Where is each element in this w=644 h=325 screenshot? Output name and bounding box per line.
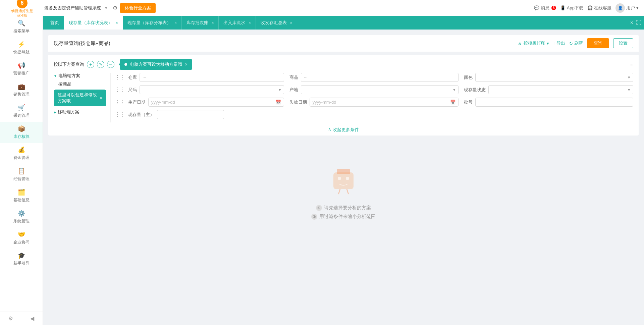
expiry-date-calendar-icon: 📅 <box>450 100 455 105</box>
online-support-btn[interactable]: 🎧 在线客服 <box>587 5 611 11</box>
sidebar-label-sales: 销售管理 <box>13 92 30 97</box>
field-origin: 产地 ▾ <box>289 85 459 94</box>
tab-inventory-dist[interactable]: 现存量（库存分布表） × <box>123 16 181 30</box>
tab-receive-summary[interactable]: 收发存汇总表 × <box>256 16 297 30</box>
megaphone-icon: 📢 <box>18 62 25 69</box>
color-dropdown: ▾ <box>628 75 630 80</box>
tab-inventory-dist-close[interactable]: × <box>174 21 176 25</box>
sidebar-label-operation: 经营管理 <box>13 176 30 182</box>
files-icon: 🗂️ <box>18 188 25 196</box>
empty-hint-2: ② 用过滤条件来缩小分析范围 <box>311 214 376 220</box>
sidebar-item-operation[interactable]: 📋 经营管理 <box>0 164 43 185</box>
top-bar: 6 畅捷通好生意 标准版 装备及固定资产辅助管理系统 ▾ ⚙ 体验行业方案 💬 … <box>0 0 644 16</box>
sidebar-item-marketing[interactable]: 📢 营销推广 <box>0 58 43 79</box>
tab-fullscreen-icon[interactable]: ⛶ <box>636 20 641 26</box>
inventory-main-range-start[interactable]: — <box>157 110 224 119</box>
color-select[interactable]: ▾ <box>475 73 633 82</box>
sidebar-label-marketing: 营销推广 <box>13 70 30 76</box>
popover1-close[interactable]: × <box>185 62 187 67</box>
size-select[interactable]: ▾ <box>140 85 284 94</box>
settings-icon[interactable]: ⚙ <box>113 5 117 11</box>
sidebar-item-quick-nav[interactable]: ⚡ 快捷导航 <box>0 37 43 58</box>
sidebar-item-enterprise[interactable]: 🤝 企业协同 <box>0 227 43 249</box>
sidebar-item-search-menu[interactable]: 🔍 搜索菜单 <box>0 16 43 37</box>
tab-bar-end: × ⛶ <box>630 20 641 26</box>
app-download-btn[interactable]: 📱 App下载 <box>560 5 583 11</box>
warehouse-label: 仓库 <box>128 74 137 80</box>
search-icon: 🔍 <box>18 19 25 27</box>
print-btn[interactable]: 🖨 按模板打印 ▾ <box>518 40 549 46</box>
sidebar-item-inventory[interactable]: 📦 库存核算 <box>0 122 43 143</box>
origin-select[interactable]: ▾ <box>301 85 459 94</box>
popover2-close[interactable]: × <box>100 95 102 101</box>
back-scheme-btn[interactable]: ← <box>107 61 114 68</box>
popover1-container: 电脑方案可设为移动方案哦 × <box>120 59 192 70</box>
refresh-btn[interactable]: ↻ 刷新 <box>569 40 583 46</box>
collapse-btn[interactable]: ∧ 收起更多条件 <box>54 124 633 136</box>
expiry-date-input[interactable]: yyyy-mm-dd 📅 <box>310 98 459 107</box>
tab-home[interactable]: 首页 <box>46 16 64 30</box>
setting-btn[interactable]: 设置 <box>613 38 633 48</box>
sidebar-item-assets[interactable]: 💰 资金管理 <box>0 143 43 164</box>
headset-icon: 🎧 <box>587 5 593 10</box>
sidebar-item-basic[interactable]: 🗂️ 基础信息 <box>0 185 43 206</box>
inventory-status-select[interactable]: ▾ <box>488 85 633 94</box>
hint-text-1: 请先选择要分析的方案 <box>324 205 371 211</box>
add-scheme-btn[interactable]: + <box>87 61 94 68</box>
system-dropdown-icon[interactable]: ▾ <box>105 5 107 10</box>
tab-close-all-icon[interactable]: × <box>630 20 633 26</box>
pc-scheme-child-label: 按商品 <box>58 82 71 87</box>
goods-select[interactable]: ··· <box>301 73 459 82</box>
refresh-icon: ↻ <box>569 41 573 46</box>
user-menu[interactable]: 👤 用户 ▾ <box>615 3 639 13</box>
more-options-icon[interactable]: ··· <box>630 62 633 67</box>
production-date-label: 生产日期 <box>128 99 146 105</box>
collapse-sidebar-icon[interactable]: ◀ <box>30 315 34 322</box>
page-title: 现存量查询(按仓库+商品) <box>54 40 110 47</box>
popover1: 电脑方案可设为移动方案哦 × <box>120 59 192 70</box>
tab-inout-flow[interactable]: 出入库流水 × <box>219 16 256 30</box>
warehouse-drag-icon[interactable]: ⋮⋮ <box>115 74 125 80</box>
notification-icon: 💬 <box>534 5 539 10</box>
edit-scheme-btn[interactable]: ✎ <box>97 61 104 68</box>
batch-no-input[interactable] <box>475 98 633 107</box>
mobile-scheme-group: ▶ 移动端方案 <box>54 109 106 115</box>
filter-fields: ⋮⋮ 仓库 ··· 商品 ··· <box>115 73 633 122</box>
pc-scheme-child-0[interactable]: 按商品 <box>58 80 106 88</box>
warehouse-select[interactable]: ··· <box>140 73 284 82</box>
sidebar-item-guide[interactable]: 🎓 新手引导 <box>0 249 43 270</box>
tab-batch-account[interactable]: 库存批次账 × <box>182 16 219 30</box>
inventory-main-drag-icon[interactable]: ⋮⋮ <box>115 111 125 118</box>
popover2-text: 这里可以创建和修改方案哦 <box>58 92 98 104</box>
notification-btn[interactable]: 💬 消息 6 <box>534 5 556 11</box>
mobile-scheme-toggle[interactable]: ▶ 移动端方案 <box>54 109 106 115</box>
tab-batch-account-close[interactable]: × <box>212 21 214 25</box>
tab-inout-flow-close[interactable]: × <box>249 21 251 25</box>
tab-inventory-status-close[interactable]: × <box>116 21 118 25</box>
sidebar-item-system[interactable]: ⚙️ 系统管理 <box>0 206 43 227</box>
logo-icon: 6 <box>17 0 28 8</box>
tab-inventory-status[interactable]: 现存量（库存状况表） × <box>64 16 123 30</box>
size-drag-icon[interactable]: ⋮⋮ <box>115 87 125 93</box>
inventory-status-label: 现存量状态 <box>464 87 486 93</box>
app-container: 6 畅捷通好生意 标准版 装备及固定资产辅助管理系统 ▾ ⚙ 体验行业方案 💬 … <box>0 0 644 325</box>
tab-batch-account-label: 库存批次账 <box>186 20 208 26</box>
pc-scheme-toggle[interactable]: ▼ 电脑端方案 <box>54 73 106 79</box>
prod-date-drag-icon[interactable]: ⋮⋮ <box>115 99 125 105</box>
main-area: 🔍 搜索菜单 ⚡ 快捷导航 📢 营销推广 💼 销售管理 🛒 采购管理 📦 <box>0 16 644 325</box>
empty-hint-1: ① 请先选择要分析的方案 <box>316 205 371 211</box>
export-btn[interactable]: ↑ 导出 <box>553 40 566 46</box>
filter-section: 按以下方案查询 + ✎ ← 电脑方案可设为移动方案哦 × <box>48 55 639 136</box>
color-label: 颜色 <box>464 74 473 80</box>
logo-area: 6 畅捷通好生意 标准版 <box>5 0 39 18</box>
sidebar-item-sales[interactable]: 💼 销售管理 <box>0 79 43 101</box>
search-btn[interactable]: 查询 <box>587 38 609 48</box>
sidebar-item-purchase[interactable]: 🛒 采购管理 <box>0 101 43 122</box>
industry-btn[interactable]: 体验行业方案 <box>120 3 156 13</box>
settings-bottom-icon[interactable]: ⚙ <box>8 315 13 322</box>
tab-inventory-dist-label: 现存量（库存分布表） <box>127 20 171 26</box>
header-actions: 🖨 按模板打印 ▾ ↑ 导出 ↻ 刷新 查询 设置 <box>518 38 634 48</box>
sidebar-label-basic: 基础信息 <box>13 197 30 203</box>
tab-receive-summary-close[interactable]: × <box>290 21 292 25</box>
production-date-input[interactable]: yyyy-mm-dd 📅 <box>148 98 284 107</box>
